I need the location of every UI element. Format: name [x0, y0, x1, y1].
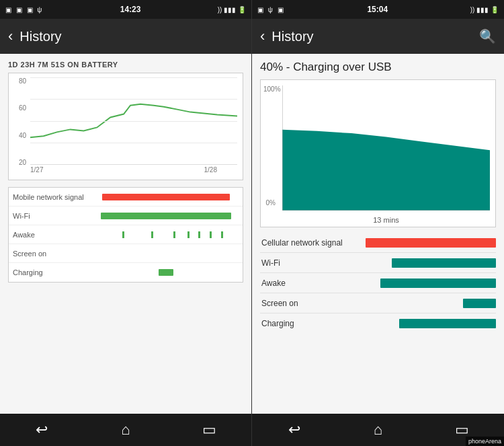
back-nav-left[interactable]: ↩	[22, 414, 62, 446]
usage-bar-charging	[159, 269, 173, 276]
usage-row-awake: Awake	[9, 225, 243, 244]
usage-label-awake: Awake	[13, 231, 93, 239]
back-button-right[interactable]: ‹	[260, 28, 265, 45]
usage-label-wifi: Wi-Fi	[13, 212, 93, 220]
usage-bar-wrap-awake	[93, 225, 239, 244]
status-bar-left: ▣ ▣ ▣ ψ 14:23 )) ▮▮▮ 🔋	[0, 0, 251, 19]
y-label-100: 100%	[263, 85, 276, 93]
status-right-icons-left: )) ▮▮▮ 🔋	[218, 6, 246, 13]
usage-label-wifi-right: Wi-Fi	[260, 258, 347, 268]
usage-row-wifi: Wi-Fi	[9, 207, 243, 225]
usage-row-awake-right: Awake	[260, 273, 496, 293]
svg-marker-0	[282, 130, 490, 211]
usage-row-screenon-right: Screen on	[260, 293, 496, 313]
battery-duration-label: 1D 23H 7M 51S ON BATTERY	[8, 61, 243, 69]
bottom-nav-left: ↩ ⌂ ▭	[0, 414, 251, 446]
top-bar-right: ‹ History 🔍	[252, 19, 504, 54]
page-title-right: History	[271, 29, 472, 44]
top-bar-left: ‹ History	[0, 19, 251, 54]
back-button-left[interactable]: ‹	[8, 28, 13, 45]
usage-bar-wrap-mobile	[93, 188, 239, 206]
usage-bar-charging-wrap	[347, 313, 496, 334]
usage-bar-charging-right	[399, 319, 496, 328]
search-icon-right[interactable]: 🔍	[479, 28, 496, 44]
usage-bar-cellular	[366, 238, 496, 248]
usage-row-charging: Charging	[9, 263, 243, 282]
battery-chart-left: 80 60 40 20	[8, 73, 243, 180]
usage-bar-wrap-charging	[93, 263, 239, 282]
recent-nav-left[interactable]: ▭	[190, 414, 230, 446]
usage-bar-wifi-wrap	[347, 253, 496, 272]
main-content-left: 1D 23H 7M 51S ON BATTERY 80 60 40 20	[0, 54, 251, 414]
usage-bar-cellular-wrap	[347, 233, 496, 252]
usage-label-awake-right: Awake	[260, 278, 347, 288]
y-axis-right: 100% 0%	[263, 85, 282, 207]
right-panel: ▣ ψ ▣ 15:04 )) ▮▮▮ 🔋 ‹ History 🔍 40% - C…	[252, 0, 504, 446]
status-icons-right: ▣ ψ ▣	[257, 6, 285, 13]
usage-section-right: Cellular network signal Wi-Fi Awake	[260, 233, 496, 334]
status-time-right: 15:04	[367, 5, 388, 14]
battery-chart-right: 100% 0% 13 mins	[260, 79, 496, 227]
chart-fill-svg	[282, 85, 490, 211]
usage-bar-screenon-wrap	[347, 293, 496, 313]
watermark: phoneArena	[466, 437, 504, 446]
x-axis-label-right: 13 mins	[282, 216, 490, 224]
y-label-60: 60	[14, 104, 26, 112]
chart-area-left	[30, 77, 237, 165]
usage-label-screenon-right: Screen on	[260, 299, 347, 308]
usage-row-charging-right: Charging	[260, 313, 496, 334]
usage-bar-awake-wrap	[347, 273, 496, 293]
usage-bar-wrap-screenon	[93, 244, 239, 262]
y-label-40: 40	[14, 132, 26, 139]
usage-bar-screenon-right	[463, 299, 496, 308]
usage-row-screenon: Screen on	[9, 244, 243, 263]
usage-bar-wifi-right	[392, 258, 496, 268]
status-time-left: 14:23	[120, 5, 141, 14]
x-axis-labels-left: 1/27 1/28	[30, 165, 237, 175]
y-label-80: 80	[14, 77, 26, 85]
y-label-20: 20	[14, 159, 26, 166]
left-status-icons: ▣ ▣ ▣ ψ	[5, 6, 43, 13]
status-right-icons-right: )) ▮▮▮ 🔋	[470, 6, 499, 13]
page-title-left: History	[19, 29, 243, 44]
usage-label-mobile: Mobile network signal	[13, 193, 93, 201]
y-label-0: 0%	[263, 199, 276, 207]
usage-bar-mobile	[102, 194, 230, 200]
usage-bar-wifi	[101, 213, 231, 219]
usage-bar-wrap-wifi	[93, 207, 239, 225]
usage-row-wifi-right: Wi-Fi	[260, 253, 496, 273]
usage-bar-awake-right	[380, 278, 496, 288]
status-icons-left: ▣ ▣ ▣ ψ	[5, 6, 43, 13]
x-label-128: 1/28	[204, 166, 217, 174]
usage-row-cellular: Cellular network signal	[260, 233, 496, 253]
x-label-127: 1/27	[30, 166, 43, 174]
usage-label-charging-right: Charging	[260, 319, 347, 328]
usage-section-left: Mobile network signal Wi-Fi Awake	[8, 187, 243, 283]
status-bar-right: ▣ ψ ▣ 15:04 )) ▮▮▮ 🔋	[252, 0, 504, 19]
left-panel: ▣ ▣ ▣ ψ 14:23 )) ▮▮▮ 🔋 ‹ History 1D 23H …	[0, 0, 252, 446]
usage-label-cellular: Cellular network signal	[260, 238, 347, 248]
usage-row-mobile: Mobile network signal	[9, 188, 243, 207]
usage-label-screenon: Screen on	[13, 250, 93, 258]
main-content-right: 40% - Charging over USB 100% 0% 13 mi	[252, 54, 504, 414]
usage-label-charging: Charging	[13, 268, 93, 276]
charging-title: 40% - Charging over USB	[260, 61, 496, 74]
home-nav-right[interactable]: ⌂	[358, 414, 398, 446]
back-nav-right[interactable]: ↩	[274, 414, 314, 446]
y-axis-left: 80 60 40 20	[14, 77, 28, 166]
home-nav-left[interactable]: ⌂	[106, 414, 146, 446]
